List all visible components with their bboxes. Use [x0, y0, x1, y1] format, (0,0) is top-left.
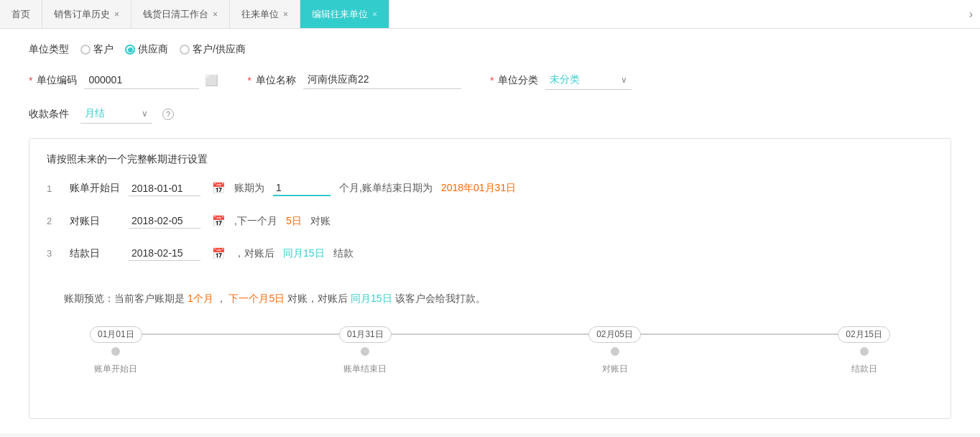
timeline-dot-1	[111, 347, 120, 356]
unit-name-input[interactable]	[303, 71, 461, 89]
timeline-sublabel-4: 结款日	[851, 363, 877, 375]
start-date-calendar-icon[interactable]: 📅	[212, 182, 226, 195]
preview-part3: 下一个月5日	[228, 293, 285, 304]
help-icon[interactable]: ?	[162, 109, 174, 120]
period-mid-label: 账期为	[234, 182, 264, 195]
unit-code-label: 单位编码	[37, 74, 77, 87]
timeline-sublabel-3: 对账日	[602, 363, 628, 375]
timeline-sublabel-1: 账单开始日	[94, 363, 137, 375]
copy-icon[interactable]: ⬜	[205, 74, 218, 87]
period-num-2: 2	[47, 216, 61, 226]
payment-terms-select[interactable]: 月结 ∨	[80, 104, 152, 124]
tab-daily-clear[interactable]: 钱货日清工作台 ×	[131, 0, 230, 28]
preview-prefix: 账期预览：当前客户账期是	[64, 293, 185, 304]
statement-date-input[interactable]	[129, 213, 200, 229]
payment-terms-value: 月结	[85, 107, 137, 120]
preview-part6: 该客户会给我打款。	[395, 293, 486, 304]
tab-bar: 首页 销售订单历史 × 钱货日清工作台 × 往来单位 × 编辑往来单位 × ›	[0, 0, 980, 29]
statement-desc-prefix: ,下一个月	[234, 215, 277, 228]
period-label-1: 账单开始日	[70, 182, 120, 195]
tab-close-daily-clear[interactable]: ×	[213, 9, 218, 19]
settlement-date-calendar-icon[interactable]: 📅	[212, 247, 226, 260]
timeline-point-2: 01月31日 账单结束日	[339, 326, 392, 375]
radio-circle-both	[180, 45, 190, 55]
unit-info-row: * 单位编码 ⬜ * 单位名称 * 单位分类 未分类 ∨	[29, 70, 951, 90]
settlement-date-input[interactable]	[129, 246, 200, 261]
unit-type-label: 单位类型	[29, 43, 69, 56]
tab-sales-history[interactable]: 销售订单历史 ×	[42, 0, 131, 28]
period-row-3: 3 结款日 📅 ，对账后同月15日结款	[47, 246, 933, 261]
timeline-point-4: 02月15日 结款日	[838, 326, 890, 375]
unit-type-radio-group: 客户 供应商 客户/供应商	[80, 43, 246, 56]
unit-category-value: 未分类	[550, 73, 616, 86]
radio-circle-supplier	[125, 45, 135, 55]
statement-day-highlight: 5日	[286, 215, 302, 228]
unit-category-label: 单位分类	[498, 74, 538, 87]
payment-terms-label: 收款条件	[29, 108, 69, 121]
tab-more-button[interactable]: ›	[962, 0, 980, 28]
period-row-1: 1 账单开始日 📅 账期为 个月,账单结束日期为 2018年01月31日	[47, 180, 933, 196]
unit-category-select[interactable]: 未分类 ∨	[545, 70, 632, 90]
preview-part2: ，	[216, 293, 226, 304]
statement-date-calendar-icon[interactable]: 📅	[212, 215, 226, 228]
statement-desc-suffix: 对账	[310, 215, 330, 228]
tab-close-edit-partner[interactable]: ×	[372, 9, 377, 19]
period-row-2: 2 对账日 📅 ,下一个月5日对账	[47, 213, 933, 229]
settlement-day-highlight: 同月15日	[283, 247, 325, 260]
unit-category-chevron-icon: ∨	[621, 75, 627, 85]
preview-part1: 1个月	[188, 293, 213, 304]
timeline-sublabel-2: 账单结束日	[343, 363, 387, 375]
tab-close-partner-list[interactable]: ×	[283, 9, 288, 19]
period-num-1: 1	[47, 183, 61, 194]
preview-part5: 同月15日	[351, 293, 392, 304]
radio-label-both: 客户/供应商	[193, 43, 246, 56]
settlement-desc-prefix: ，对账后	[234, 247, 274, 260]
unit-code-group: * 单位编码 ⬜	[29, 71, 218, 89]
unit-category-star: *	[490, 75, 494, 86]
months-input[interactable]	[273, 180, 330, 196]
radio-label-customer: 客户	[93, 43, 114, 56]
period-end-date: 2018年01月31日	[441, 182, 516, 195]
tab-close-sales-history[interactable]: ×	[114, 9, 119, 19]
section-title: 请按照未来的一个完整帐期进行设置	[47, 153, 933, 166]
unit-name-label: 单位名称	[256, 74, 296, 87]
unit-category-group: * 单位分类 未分类 ∨	[490, 70, 632, 90]
tab-partner-list[interactable]: 往来单位 ×	[230, 0, 300, 28]
unit-code-star: *	[29, 75, 32, 86]
settlement-desc-suffix: 结款	[333, 247, 353, 260]
timeline-point-3: 02月05日 对账日	[588, 326, 641, 375]
timeline-badge-2: 01月31日	[339, 326, 392, 343]
timeline-badge-4: 02月15日	[838, 326, 890, 343]
preview-section: 账期预览：当前客户账期是 1个月 ， 下一个月5日 对账，对账后 同月15日 该…	[47, 278, 933, 319]
unit-name-star: *	[247, 75, 251, 86]
start-date-input[interactable]	[129, 181, 200, 196]
timeline-dot-4	[860, 347, 869, 356]
main-content: 单位类型 客户 供应商 客户/供应商 * 单位编码 ⬜ * 单位名称	[0, 29, 980, 433]
timeline-point-1: 01月01日 账单开始日	[90, 326, 142, 375]
period-label-2: 对账日	[70, 215, 120, 228]
timeline-dot-3	[611, 347, 619, 356]
unit-name-group: * 单位名称	[247, 71, 461, 89]
tab-home[interactable]: 首页	[0, 0, 42, 28]
radio-both[interactable]: 客户/供应商	[180, 43, 246, 56]
period-num-3: 3	[47, 248, 61, 259]
timeline-badge-1: 01月01日	[90, 326, 142, 343]
period-section-box: 请按照未来的一个完整帐期进行设置 1 账单开始日 📅 账期为 个月,账单结束日期…	[29, 138, 951, 419]
unit-type-row: 单位类型 客户 供应商 客户/供应商	[29, 43, 951, 56]
period-months-unit: 个月,账单结束日期为	[339, 182, 433, 195]
radio-circle-customer	[80, 45, 91, 55]
unit-code-input[interactable]	[84, 71, 199, 89]
timeline-points: 01月01日 账单开始日 01月31日 账单结束日 02月05日 对账日	[90, 326, 890, 375]
preview-part4: 对账，对账后	[287, 293, 348, 304]
timeline: 01月01日 账单开始日 01月31日 账单结束日 02月05日 对账日	[47, 319, 933, 404]
radio-customer[interactable]: 客户	[80, 43, 114, 56]
payment-terms-row: 收款条件 月结 ∨ ?	[29, 104, 951, 124]
radio-label-supplier: 供应商	[138, 43, 168, 56]
period-label-3: 结款日	[70, 247, 120, 260]
timeline-badge-3: 02月05日	[588, 326, 641, 343]
payment-terms-chevron-icon: ∨	[142, 109, 148, 119]
timeline-dot-2	[361, 347, 369, 356]
radio-supplier[interactable]: 供应商	[125, 43, 168, 56]
tab-edit-partner[interactable]: 编辑往来单位 ×	[300, 0, 389, 28]
